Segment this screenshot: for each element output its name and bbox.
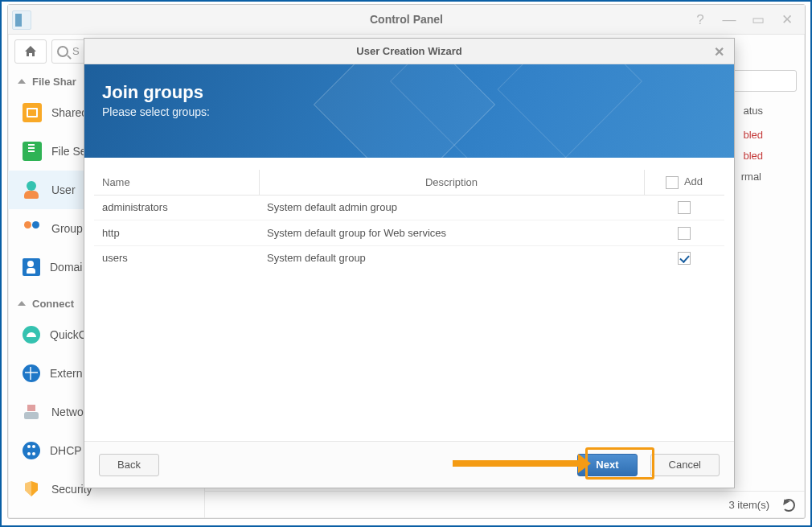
home-icon (23, 45, 38, 58)
dialog-footer: Back Next Cancel (84, 441, 734, 488)
group-name: http (94, 220, 259, 246)
dialog-heading: Join groups (102, 82, 716, 103)
maximize-button[interactable]: ▭ (744, 5, 773, 35)
user-icon (23, 180, 42, 200)
group-add-checkbox[interactable] (678, 201, 691, 214)
group-row[interactable]: usersSystem default group (94, 245, 724, 270)
group-desc: System default group (259, 245, 644, 270)
status-bar: 3 item(s) (205, 491, 805, 518)
domain-icon (23, 258, 40, 276)
close-button[interactable]: ✕ (773, 5, 802, 35)
groups-table: Name Description Add administratorsSyste… (94, 170, 724, 270)
cancel-button[interactable]: Cancel (650, 454, 720, 476)
column-header-name[interactable]: Name (94, 170, 259, 195)
dialog-title: User Creation Wizard (356, 45, 461, 57)
column-header-description[interactable]: Description (259, 170, 644, 195)
group-add-checkbox[interactable] (678, 227, 691, 240)
folder-icon (23, 103, 42, 122)
refresh-icon[interactable] (782, 499, 795, 512)
group-icon (23, 219, 42, 238)
group-name: users (94, 245, 259, 270)
home-button[interactable] (14, 39, 47, 64)
column-header-add[interactable]: Add (644, 170, 724, 195)
dhcp-icon (23, 442, 40, 459)
file-services-icon (23, 142, 42, 161)
status-value: rmal (741, 171, 761, 183)
group-row[interactable]: administratorsSystem default admin group (94, 195, 724, 220)
dialog-titlebar: User Creation Wizard ✕ (84, 39, 734, 64)
group-desc: System default group for Web services (259, 220, 644, 246)
shield-icon (23, 480, 42, 499)
group-name: administrators (94, 195, 259, 220)
arrow-annotation (453, 460, 581, 467)
cloud-icon (23, 326, 40, 344)
group-desc: System default admin group (259, 195, 644, 220)
add-all-checkbox[interactable] (666, 176, 679, 189)
minimize-button[interactable]: — (715, 5, 744, 35)
help-button[interactable]: ? (686, 5, 715, 35)
search-text: S (72, 45, 80, 57)
network-icon (23, 402, 42, 422)
window-titlebar: Control Panel ? — ▭ ✕ (8, 5, 805, 35)
dialog-banner: Join groups Please select groups: (84, 64, 734, 158)
chevron-up-icon (18, 79, 26, 84)
status-value: bled (743, 129, 763, 141)
dialog-close-button[interactable]: ✕ (703, 39, 734, 64)
back-button[interactable]: Back (99, 454, 159, 476)
status-value: bled (743, 150, 763, 162)
dialog-subheading: Please select groups: (102, 105, 716, 118)
column-header-status[interactable]: atus (743, 105, 763, 117)
dialog-body: Name Description Add administratorsSyste… (94, 170, 724, 439)
chevron-up-icon (18, 301, 26, 306)
item-count: 3 item(s) (728, 499, 769, 511)
group-row[interactable]: httpSystem default group for Web service… (94, 220, 724, 246)
user-creation-wizard-dialog: User Creation Wizard ✕ Join groups Pleas… (84, 38, 735, 488)
search-icon (57, 46, 68, 57)
group-add-checkbox[interactable] (678, 252, 691, 265)
globe-icon (23, 364, 40, 382)
